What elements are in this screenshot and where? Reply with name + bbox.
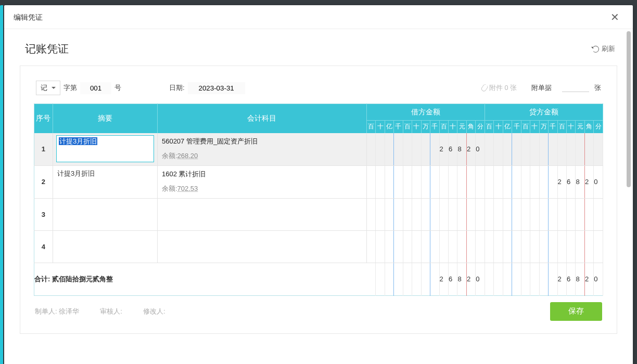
amount-digit-cell[interactable] (557, 230, 566, 263)
amount-digit-cell[interactable] (376, 198, 385, 230)
amount-digit-cell[interactable] (430, 133, 439, 166)
amount-digit-cell[interactable] (394, 198, 403, 230)
amount-digit-cell[interactable] (512, 230, 521, 263)
amount-digit-cell[interactable] (539, 230, 548, 263)
amount-digit-cell[interactable] (466, 165, 475, 198)
amount-digit-cell[interactable] (403, 165, 412, 198)
amount-digit-cell[interactable] (494, 230, 503, 263)
amount-digit-cell[interactable] (476, 165, 485, 198)
amount-digit-cell[interactable] (412, 263, 421, 295)
amount-digit-cell[interactable] (448, 230, 457, 263)
amount-digit-cell[interactable] (530, 198, 539, 230)
amount-digit-cell[interactable] (576, 198, 584, 230)
amount-digit-cell[interactable] (549, 230, 557, 263)
amount-digit-cell[interactable] (494, 198, 503, 230)
amount-digit-cell[interactable] (394, 133, 403, 166)
amount-digit-cell[interactable]: 2 (439, 133, 448, 166)
amount-digit-cell[interactable] (549, 198, 557, 230)
amount-digit-cell[interactable] (412, 230, 421, 263)
amount-digit-cell[interactable] (485, 263, 493, 295)
amount-digit-cell[interactable] (376, 133, 385, 166)
save-button[interactable]: 保存 (550, 302, 602, 321)
amount-digit-cell[interactable]: 0 (476, 133, 485, 166)
amount-digit-cell[interactable]: 8 (576, 165, 584, 198)
amount-digit-cell[interactable] (494, 263, 503, 295)
amount-digit-cell[interactable] (421, 198, 430, 230)
amount-digit-cell[interactable] (421, 165, 430, 198)
amount-digit-cell[interactable] (385, 230, 393, 263)
amount-digit-cell[interactable]: 2 (584, 263, 593, 295)
amount-digit-cell[interactable] (557, 133, 566, 166)
amount-digit-cell[interactable] (521, 133, 530, 166)
amount-digit-cell[interactable] (457, 198, 466, 230)
amount-digit-cell[interactable] (521, 230, 530, 263)
amount-digit-cell[interactable] (466, 198, 475, 230)
amount-digit-cell[interactable] (485, 198, 493, 230)
amount-digit-cell[interactable] (421, 230, 430, 263)
amount-digit-cell[interactable] (485, 165, 493, 198)
subject-cell[interactable]: 560207 管理费用_固定资产折旧 余额:268.20 (157, 133, 366, 166)
amount-digit-cell[interactable] (385, 165, 393, 198)
amount-digit-cell[interactable] (539, 133, 548, 166)
amount-digit-cell[interactable] (366, 133, 375, 166)
amount-digit-cell[interactable] (594, 133, 603, 166)
amount-digit-cell[interactable] (385, 133, 393, 166)
amount-digit-cell[interactable] (366, 198, 375, 230)
amount-digit-cell[interactable] (412, 165, 421, 198)
abstract-editor[interactable]: 计提3月折旧 (56, 135, 154, 162)
amount-digit-cell[interactable] (594, 198, 603, 230)
amount-digit-cell[interactable] (576, 133, 584, 166)
amount-digit-cell[interactable]: 2 (557, 165, 566, 198)
amount-digit-cell[interactable] (521, 198, 530, 230)
amount-digit-cell[interactable]: 8 (457, 263, 466, 295)
amount-digit-cell[interactable] (439, 230, 448, 263)
amount-digit-cell[interactable]: 2 (439, 263, 448, 295)
amount-digit-cell[interactable] (503, 230, 512, 263)
amount-digit-cell[interactable] (485, 133, 493, 166)
amount-digit-cell[interactable] (421, 133, 430, 166)
amount-digit-cell[interactable] (366, 230, 375, 263)
amount-digit-cell[interactable] (394, 263, 403, 295)
subject-cell[interactable] (157, 230, 366, 263)
subject-cell[interactable]: 1602 累计折旧 余额:702.53 (157, 165, 366, 198)
amount-digit-cell[interactable] (549, 133, 557, 166)
amount-digit-cell[interactable] (521, 263, 530, 295)
amount-digit-cell[interactable] (466, 230, 475, 263)
amount-digit-cell[interactable] (530, 165, 539, 198)
subject-cell[interactable] (157, 198, 366, 230)
amount-digit-cell[interactable] (421, 263, 430, 295)
amount-digit-cell[interactable] (494, 133, 503, 166)
amount-digit-cell[interactable]: 2 (466, 133, 475, 166)
amount-digit-cell[interactable] (494, 165, 503, 198)
amount-digit-cell[interactable] (539, 198, 548, 230)
amount-digit-cell[interactable] (476, 230, 485, 263)
amount-digit-cell[interactable] (448, 198, 457, 230)
amount-digit-cell[interactable] (385, 198, 393, 230)
amount-digit-cell[interactable] (512, 133, 521, 166)
amount-digit-cell[interactable] (503, 165, 512, 198)
amount-digit-cell[interactable]: 0 (594, 263, 603, 295)
amount-digit-cell[interactable] (503, 198, 512, 230)
amount-digit-cell[interactable] (366, 263, 375, 295)
abstract-cell[interactable] (53, 230, 157, 263)
amount-digit-cell[interactable] (539, 263, 548, 295)
amount-digit-cell[interactable] (376, 165, 385, 198)
abstract-cell[interactable] (53, 198, 157, 230)
amount-digit-cell[interactable]: 6 (567, 263, 576, 295)
amount-digit-cell[interactable] (549, 165, 557, 198)
amount-digit-cell[interactable] (430, 198, 439, 230)
amount-digit-cell[interactable] (376, 263, 385, 295)
amount-digit-cell[interactable]: 6 (448, 263, 457, 295)
amount-digit-cell[interactable]: 2 (584, 165, 593, 198)
amount-digit-cell[interactable] (567, 198, 576, 230)
voucher-number-input[interactable] (80, 82, 111, 94)
amount-digit-cell[interactable] (485, 230, 493, 263)
attach-button[interactable]: 附件 0 张 (482, 84, 517, 93)
abstract-cell[interactable]: 计提3月折旧 (53, 133, 157, 166)
amount-digit-cell[interactable] (366, 165, 375, 198)
amount-digit-cell[interactable] (430, 230, 439, 263)
amount-digit-cell[interactable]: 2 (466, 263, 475, 295)
amount-digit-cell[interactable]: 2 (557, 263, 566, 295)
amount-digit-cell[interactable] (457, 165, 466, 198)
amount-digit-cell[interactable] (512, 198, 521, 230)
